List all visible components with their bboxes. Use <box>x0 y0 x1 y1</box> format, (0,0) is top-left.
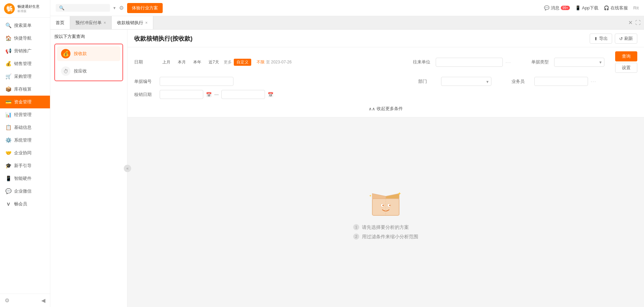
sidebar-item-marketing[interactable]: 📢 营销推广 <box>0 45 50 57</box>
user-name[interactable]: Rit <box>633 5 639 10</box>
date-btn-this-month[interactable]: 本月 <box>175 58 189 66</box>
dept-staff-filters: 部门 业务员 ··· <box>418 77 596 86</box>
date-label: 日期 <box>134 59 154 65</box>
doc-type-filter: 单据类型 <box>531 58 604 67</box>
collapse-sidebar-icon[interactable]: ◀ <box>41 297 45 304</box>
sidebar-item-corp[interactable]: 🤝 企业协同 <box>0 147 50 159</box>
doc-type-select[interactable] <box>554 58 604 67</box>
panel-item-by-receipt[interactable]: 💰 按收款 <box>57 46 120 61</box>
content-body: ✦ ✦ 1 请先选择要分析的方案 2 用过滤条件来缩小分析范围 <box>127 117 644 307</box>
hardware-icon: 📱 <box>5 175 11 182</box>
partner-filter: 往来单位 ··· <box>413 58 511 67</box>
system-icon: ⚙️ <box>5 137 11 143</box>
sidebar-label-hardware: 智能硬件 <box>14 175 32 182</box>
sidebar-item-inventory[interactable]: 📦 库存核算 <box>0 83 50 96</box>
staff-input[interactable] <box>534 77 588 86</box>
verify-date-end[interactable]: 2023-07-21 <box>221 90 265 99</box>
panel-items: 💰 按收款 ⏱ 按应收 <box>57 46 120 79</box>
tab-prepay-close[interactable]: × <box>104 20 106 25</box>
tip-text-2: 用过滤条件来缩小分析范围 <box>362 232 418 241</box>
sidebar-item-finance[interactable]: 💳 资金管理 <box>0 96 50 108</box>
sidebar-item-guide[interactable]: 🎓 新手引导 <box>0 159 50 172</box>
corp-icon: 🤝 <box>5 150 11 156</box>
tab-close-all-icon[interactable]: ✕ <box>628 19 633 27</box>
export-icon: ⬆ <box>594 36 598 41</box>
svg-point-4 <box>389 205 390 206</box>
topbar-chevron-icon[interactable]: ▾ <box>113 5 116 10</box>
sales-icon: 💰 <box>5 61 11 67</box>
filter-bar: 日期 上月 本月 本年 近7天 更多 自定义 不限 至 2023-07-26 <box>127 47 644 117</box>
receivable-icon: ⏱ <box>61 66 70 76</box>
online-service-action[interactable]: 🎧 在线客服 <box>604 5 628 11</box>
verify-date-start[interactable]: 2023-03-01 <box>160 90 203 99</box>
page-title-row: 收款核销执行(按收款) ⬆ 导出 ↺ 刷新 <box>134 34 637 44</box>
topbar-gear-icon[interactable]: ⚙ <box>119 5 124 11</box>
svg-point-3 <box>382 205 384 206</box>
sidebar-item-member[interactable]: V 畅会员 <box>0 198 50 210</box>
staff-filter: 业务员 ··· <box>512 77 596 86</box>
collapse-panel-btn[interactable]: « <box>124 165 131 172</box>
setting-button[interactable]: 设置 <box>615 63 637 73</box>
sidebar-bottom: ⚙ ◀ <box>0 294 50 307</box>
sidebar-item-quick-nav[interactable]: 🏠 快捷导航 <box>0 32 50 45</box>
dept-select-wrapper <box>441 77 491 86</box>
date-btn-this-year[interactable]: 本年 <box>191 58 204 66</box>
verify-date-end-cal[interactable]: 📅 <box>268 92 273 97</box>
sidebar-item-operation[interactable]: 📊 经营管理 <box>0 108 50 121</box>
sidebar-item-system[interactable]: ⚙️ 系统管理 <box>0 134 50 147</box>
sidebar-item-hardware[interactable]: 📱 智能硬件 <box>0 172 50 185</box>
logo-icon: 畅 <box>4 3 15 14</box>
date-custom-badge[interactable]: 自定义 <box>234 59 251 66</box>
member-icon: V <box>5 202 11 207</box>
panel-item-receivable-label: 按应收 <box>74 68 87 74</box>
settings-bottom-icon[interactable]: ⚙ <box>5 297 9 304</box>
sidebar-logo: 畅 畅捷通好生意 标准版 <box>0 0 50 18</box>
message-badge: 99+ <box>561 6 570 10</box>
sidebar-item-basic[interactable]: 📋 基础信息 <box>0 121 50 134</box>
logo-text-block: 畅捷通好生意 标准版 <box>17 4 40 13</box>
app-name: 畅捷通好生意 <box>17 4 40 9</box>
date-btn-last-month[interactable]: 上月 <box>160 58 173 66</box>
tab-prepay[interactable]: 预付冲应付单 × <box>70 16 112 29</box>
dept-label: 部门 <box>418 79 438 85</box>
dept-select[interactable] <box>441 77 491 86</box>
app-download-action[interactable]: 📱 App下载 <box>575 5 598 11</box>
more-conditions-button[interactable]: ∧∧ 收起更多条件 <box>369 106 403 112</box>
export-label: 导出 <box>599 36 608 42</box>
export-button[interactable]: ⬆ 导出 <box>590 34 612 44</box>
search-input[interactable] <box>66 5 107 10</box>
staff-dots[interactable]: ··· <box>591 79 596 84</box>
refresh-button[interactable]: ↺ 刷新 <box>615 34 637 44</box>
right-filters: 往来单位 ··· 单据类型 <box>413 58 604 67</box>
topbar-search-box[interactable]: 🔍 <box>56 4 110 12</box>
message-action[interactable]: 💬 消息 99+ <box>544 5 570 11</box>
query-button[interactable]: 查询 <box>615 51 637 61</box>
doc-type-select-wrapper <box>554 58 604 67</box>
verify-date-start-cal[interactable]: 📅 <box>206 92 212 97</box>
sidebar-item-search-menu[interactable]: 🔍 搜索菜单 <box>0 19 50 32</box>
sidebar-item-sales[interactable]: 💰 销售管理 <box>0 57 50 70</box>
doc-type-label: 单据类型 <box>531 59 551 65</box>
partner-dots[interactable]: ··· <box>505 60 511 65</box>
more-conditions-row: ∧∧ 收起更多条件 <box>134 103 637 113</box>
panel-item-by-receivable[interactable]: ⏱ 按应收 <box>57 64 120 79</box>
sidebar-item-wechat[interactable]: 💬 企业微信 <box>0 185 50 198</box>
tab-prepay-label: 预付冲应付单 <box>75 20 102 26</box>
voucher-input[interactable] <box>160 77 233 86</box>
date-nolimit-row: 不限 至 2023-07-26 <box>257 59 292 65</box>
filter-row-2: 单据编号 部门 业务员 <box>134 77 637 86</box>
tip-item-1: 1 请先选择要分析的方案 <box>353 222 418 232</box>
partner-input[interactable] <box>436 58 503 67</box>
svg-text:✦: ✦ <box>397 191 401 196</box>
sidebar-item-purchase[interactable]: 🛒 采购管理 <box>0 70 50 83</box>
tab-receipt-verify[interactable]: 收款核销执行 × <box>112 16 153 29</box>
sidebar-label-finance: 资金管理 <box>14 99 32 105</box>
tab-home[interactable]: 首页 <box>50 16 70 29</box>
solution-button[interactable]: 体验行业方案 <box>127 3 163 13</box>
date-btn-7days[interactable]: 近7天 <box>206 58 222 66</box>
basic-icon: 📋 <box>5 124 11 131</box>
tip-num-1: 1 <box>353 224 359 230</box>
tab-expand-icon[interactable]: ⛶ <box>635 19 641 27</box>
date-btn-more[interactable]: 更多 <box>224 59 232 65</box>
tab-receipt-verify-close[interactable]: × <box>145 20 148 25</box>
